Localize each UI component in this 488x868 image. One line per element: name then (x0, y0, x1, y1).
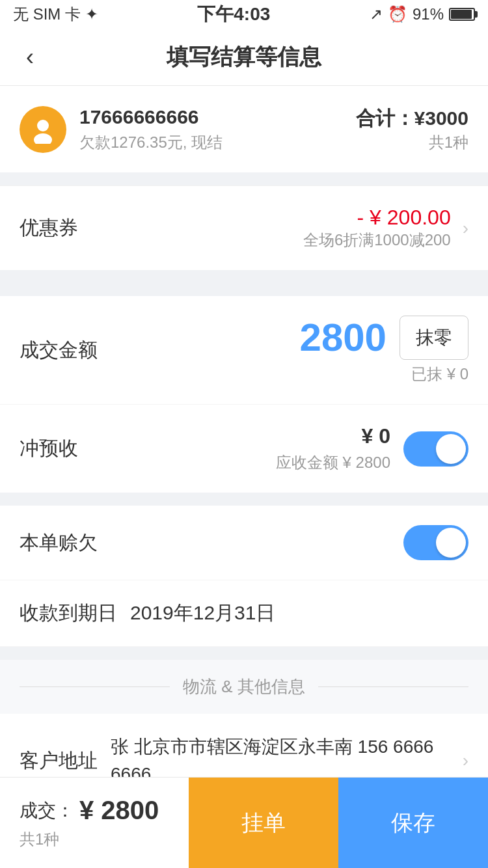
save-button[interactable]: 保存 (338, 778, 488, 868)
alarm-icon: ⏰ (388, 5, 407, 23)
form-section: 成交金额 2800 抹零 已抹 ¥ 0 冲预收 ¥ 0 应收金额 ¥ 2800 (0, 296, 488, 493)
bottom-deal: 成交： ¥ 2800 (20, 796, 169, 825)
chevron-right-icon: › (463, 218, 468, 239)
bottom-count: 共1种 (20, 829, 169, 850)
customer-phone: 17666666666 (79, 106, 223, 128)
coupon-row[interactable]: 优惠券 - ¥ 200.00 全场6折满1000减200 › (0, 185, 488, 270)
battery-text: 91% (413, 5, 444, 23)
section-divider-2 (0, 493, 488, 506)
advance-right: ¥ 0 应收金额 ¥ 2800 (276, 424, 468, 473)
customer-card: 17666666666 欠款1276.35元, 现结 合计：¥3000 共1种 (0, 86, 488, 172)
bottom-deal-label: 成交： (20, 798, 74, 823)
bottom-bar: 成交： ¥ 2800 共1种 挂单 保存 (0, 777, 488, 868)
status-left: 无 SIM 卡 ✦ (13, 4, 98, 25)
due-date-label: 收款到期日 (20, 600, 117, 627)
advance-label: 冲预收 (20, 435, 111, 462)
amount-value: 2800 (300, 318, 386, 357)
coupon-value: - ¥ 200.00 (303, 206, 451, 230)
total-value: 合计：¥3000 (356, 105, 468, 132)
debt-row: 本单赊欠 (0, 506, 488, 580)
status-time: 下午4:03 (197, 2, 270, 27)
round-button[interactable]: 抹零 (400, 316, 468, 360)
advance-row: 冲预收 ¥ 0 应收金额 ¥ 2800 (0, 405, 488, 493)
logistics-text: 物流 & 其他信息 (183, 675, 305, 698)
customer-left: 17666666666 欠款1276.35元, 现结 (20, 106, 223, 153)
address-label: 客户地址 (20, 748, 111, 774)
customer-info: 17666666666 欠款1276.35元, 现结 (79, 106, 223, 153)
content: 17666666666 欠款1276.35元, 现结 合计：¥3000 共1种 … (0, 86, 488, 868)
due-date-row: 收款到期日 2019年12月31日 (0, 580, 488, 647)
total-count: 共1种 (356, 132, 468, 153)
svg-point-0 (37, 120, 49, 131)
amount-erased: 已抹 ¥ 0 (300, 364, 468, 385)
debt-toggle-knob (436, 528, 466, 558)
back-button[interactable]: ‹ (20, 37, 40, 77)
location-icon: ↗ (370, 5, 383, 23)
logistics-line-right (318, 686, 468, 687)
svg-point-1 (34, 133, 52, 144)
customer-debt: 欠款1276.35元, 现结 (79, 132, 223, 153)
deal-amount-label: 成交金额 (20, 337, 111, 364)
logistics-header: 物流 & 其他信息 (0, 660, 488, 714)
coupon-desc: 全场6折满1000减200 (303, 230, 451, 251)
sim-wifi-text: 无 SIM 卡 ✦ (13, 4, 98, 25)
section-divider-1 (0, 283, 488, 296)
advance-amount: ¥ 0 (276, 424, 390, 448)
section-divider-3 (0, 647, 488, 660)
bottom-summary: 成交： ¥ 2800 共1种 (0, 796, 189, 850)
coupon-label: 优惠券 (20, 215, 78, 241)
advance-text: ¥ 0 应收金额 ¥ 2800 (276, 424, 390, 473)
advance-toggle-knob (436, 434, 466, 464)
avatar-icon (29, 115, 57, 144)
advance-receivable: 应收金额 ¥ 2800 (276, 452, 390, 473)
battery-icon (449, 8, 475, 21)
hold-button[interactable]: 挂单 (189, 778, 338, 868)
status-right: ↗ ⏰ 91% (370, 5, 475, 23)
logistics-line-left (20, 686, 170, 687)
customer-right: 合计：¥3000 共1种 (356, 105, 468, 153)
coupon-right: - ¥ 200.00 全场6折满1000减200 › (303, 206, 468, 251)
amount-right: 2800 抹零 (300, 316, 468, 360)
address-chevron-icon: › (463, 750, 468, 771)
status-bar: 无 SIM 卡 ✦ 下午4:03 ↗ ⏰ 91% (0, 0, 488, 29)
avatar (20, 106, 66, 153)
nav-bar: ‹ 填写结算等信息 (0, 29, 488, 86)
bottom-deal-amount: ¥ 2800 (79, 796, 159, 825)
debt-toggle[interactable] (403, 525, 468, 560)
due-date-value: 2019年12月31日 (130, 600, 275, 627)
page-title: 填写结算等信息 (167, 42, 321, 72)
debt-label: 本单赊欠 (20, 530, 98, 556)
advance-toggle[interactable] (403, 431, 468, 467)
deal-amount-row: 成交金额 2800 抹零 已抹 ¥ 0 (0, 296, 488, 405)
